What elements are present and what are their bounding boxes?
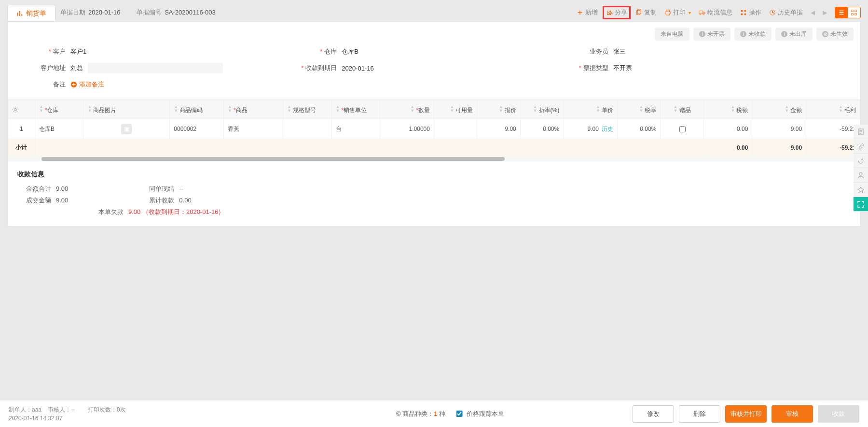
status-from-pc: 来自电脑 bbox=[655, 28, 689, 41]
add-note-button[interactable]: 添加备注 bbox=[70, 80, 104, 89]
status-no-invoice: i未开票 bbox=[693, 28, 730, 41]
sales-value: 张三 bbox=[613, 47, 626, 56]
tab-title: 销货单 bbox=[26, 9, 46, 18]
audit-button[interactable]: 审核 bbox=[772, 405, 813, 423]
table-row[interactable]: 1 仓库B ▣ 0000002 香蕉 台 1.00000 9.00 0.00% … bbox=[8, 119, 860, 139]
svg-point-3 bbox=[703, 14, 704, 14]
status-not-effective: ⊘未生效 bbox=[816, 28, 854, 41]
col-avail[interactable]: ▲▼可用量 bbox=[434, 100, 477, 119]
price-history-link[interactable]: 历史 bbox=[602, 126, 613, 132]
invtype-value: 不开票 bbox=[613, 64, 632, 72]
rail-star-icon[interactable] bbox=[854, 183, 868, 197]
svg-rect-6 bbox=[741, 14, 743, 15]
col-tax[interactable]: ▲▼税额 bbox=[703, 100, 752, 119]
col-wh[interactable]: ▲▼*仓库 bbox=[35, 100, 83, 119]
col-qty[interactable]: ▲▼*数量 bbox=[380, 100, 434, 119]
due-value: 2020-01-16 bbox=[342, 65, 374, 72]
receive-button[interactable]: 收款 bbox=[818, 405, 859, 423]
col-code[interactable]: ▲▼商品编码 bbox=[170, 100, 224, 119]
addr-redacted bbox=[88, 63, 223, 73]
rail-attach-icon[interactable] bbox=[854, 139, 868, 154]
rail-user-icon[interactable] bbox=[854, 168, 868, 183]
rail-note-icon[interactable] bbox=[854, 125, 868, 139]
truck-icon bbox=[699, 9, 705, 16]
bar-chart-icon bbox=[16, 10, 23, 17]
footer-meta: 制单人：aaa 审核人：-- 打印次数：0次 2020-01-16 14:32:… bbox=[9, 405, 126, 423]
doc-meta: 单据日期2020-01-16 单据编号SA-20200116-003 bbox=[60, 8, 230, 17]
audit-print-button[interactable]: 审核并打印 bbox=[725, 405, 767, 423]
scroll-thumb[interactable] bbox=[41, 157, 505, 161]
plus-circle-icon bbox=[70, 81, 77, 88]
logistics-button[interactable]: 物流信息 bbox=[696, 6, 735, 19]
info-icon: i bbox=[699, 31, 705, 37]
image-placeholder-icon: ▣ bbox=[121, 124, 132, 134]
pay-title: 收款信息 bbox=[17, 170, 851, 179]
subtotal-row: 小计 0.00 9.00 -59.21 bbox=[8, 139, 860, 157]
share-button[interactable]: 分享 bbox=[603, 6, 631, 19]
card-view-icon[interactable] bbox=[848, 7, 860, 18]
info-icon: i bbox=[781, 31, 787, 37]
col-gear[interactable] bbox=[8, 100, 35, 119]
print-icon bbox=[664, 9, 671, 16]
svg-rect-11 bbox=[852, 14, 854, 15]
rail-expand-icon[interactable] bbox=[854, 197, 868, 212]
col-spec[interactable]: ▲▼规格型号 bbox=[283, 100, 332, 119]
prev-button[interactable]: ◀ bbox=[808, 9, 818, 16]
grid-icon bbox=[740, 9, 747, 16]
col-price[interactable]: ▲▼单价 bbox=[564, 100, 618, 119]
status-no-out: i未出库 bbox=[775, 28, 813, 41]
addr-prefix: 刘总 bbox=[70, 64, 83, 72]
history-button[interactable]: 历史单据 bbox=[766, 6, 806, 19]
copy-icon bbox=[635, 9, 642, 16]
print-button[interactable]: 打印▾ bbox=[661, 6, 694, 19]
warehouse-value: 仓库B bbox=[342, 47, 358, 56]
svg-point-14 bbox=[14, 108, 16, 111]
col-disc[interactable]: ▲▼折率(%) bbox=[520, 100, 563, 119]
col-amount[interactable]: ▲▼金额 bbox=[752, 100, 806, 119]
copy-button[interactable]: 复制 bbox=[633, 6, 660, 19]
rail-refresh-icon[interactable] bbox=[854, 154, 868, 168]
status-no-receive: i未收款 bbox=[734, 28, 772, 41]
gift-checkbox[interactable] bbox=[679, 126, 686, 132]
svg-rect-4 bbox=[741, 10, 743, 12]
svg-point-2 bbox=[700, 14, 701, 14]
price-follow-checkbox[interactable]: 价格跟踪本单 bbox=[454, 409, 504, 418]
customer-value: 客户1 bbox=[70, 47, 86, 56]
view-toggle[interactable] bbox=[835, 7, 861, 18]
col-prod[interactable]: ▲▼*商品 bbox=[224, 100, 283, 119]
hscrollbar[interactable] bbox=[8, 157, 860, 161]
col-img[interactable]: ▲▼商品图片 bbox=[83, 100, 170, 119]
svg-rect-7 bbox=[744, 14, 746, 15]
col-taxrate[interactable]: ▲▼税率 bbox=[617, 100, 660, 119]
product-kinds: © 商品种类：1 种 bbox=[396, 410, 445, 418]
list-view-icon[interactable] bbox=[835, 7, 848, 18]
next-button[interactable]: ▶ bbox=[820, 9, 830, 16]
payment-info: 收款信息 金额合计9.00 同单现结-- 成交金额9.00 累计收款0.00 本… bbox=[8, 161, 860, 221]
svg-rect-9 bbox=[852, 10, 854, 12]
modify-button[interactable]: 修改 bbox=[633, 405, 674, 423]
ban-icon: ⊘ bbox=[822, 31, 828, 37]
tab-sales-order[interactable]: 销货单 bbox=[7, 5, 55, 22]
plus-icon bbox=[577, 9, 583, 16]
delete-button[interactable]: 删除 bbox=[679, 405, 720, 423]
svg-point-16 bbox=[859, 172, 862, 175]
col-profit[interactable]: ▲▼毛利 bbox=[806, 100, 860, 119]
ops-button[interactable]: 操作 bbox=[737, 6, 764, 19]
add-button[interactable]: 新增 bbox=[574, 6, 601, 19]
history-icon bbox=[769, 9, 776, 16]
svg-rect-12 bbox=[855, 14, 857, 15]
info-icon: i bbox=[740, 31, 746, 37]
col-unit[interactable]: ▲▼*销售单位 bbox=[331, 100, 380, 119]
col-gift[interactable]: ▲▼赠品 bbox=[661, 100, 703, 119]
gear-icon bbox=[12, 106, 19, 113]
col-quote[interactable]: ▲▼报价 bbox=[477, 100, 520, 119]
share-icon bbox=[606, 9, 613, 16]
svg-rect-5 bbox=[744, 10, 746, 12]
svg-rect-10 bbox=[855, 10, 857, 12]
